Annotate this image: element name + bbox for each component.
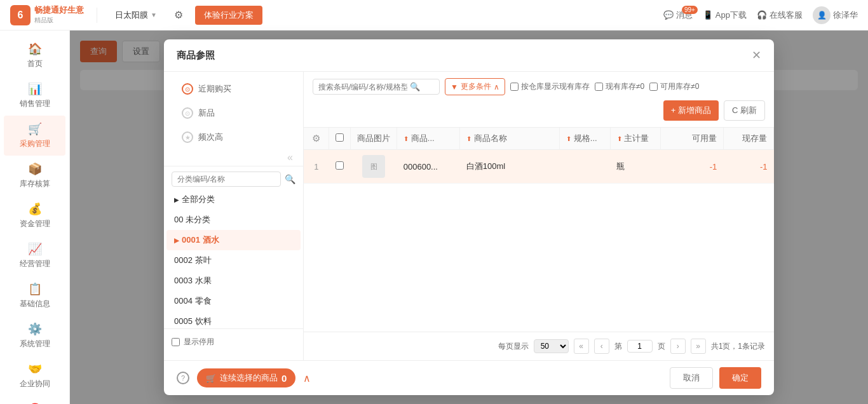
cart-button[interactable]: 🛒 连续选择的商品 0 (197, 368, 295, 387)
col-unit-header[interactable]: ⬆ 主计量 (610, 128, 661, 150)
inventory-icon: 📦 (28, 162, 42, 176)
row-check[interactable] (329, 150, 351, 184)
current-stock-label[interactable]: 现有库存≠0 (595, 81, 644, 92)
store-name: 日太阳膜 (115, 10, 148, 21)
sidebar-item-sales-label: 销售管理 (20, 98, 50, 109)
cat-00[interactable]: 00 未分类 (166, 210, 301, 230)
page-suffix-label: 页 (658, 341, 665, 352)
warehouse-stock-label[interactable]: 按仓库显示现有库存 (510, 81, 590, 92)
col-name-header[interactable]: ⬆ 商品名称 (460, 128, 560, 150)
store-selector[interactable]: 日太阳膜 ▼ (110, 7, 162, 24)
per-page-select[interactable]: 20 50 100 (534, 339, 569, 353)
cat-0003[interactable]: 0003 水果 (166, 271, 301, 291)
sidebar-item-operation[interactable]: 📈 经营管理 (4, 236, 65, 276)
cancel-button[interactable]: 取消 (670, 367, 713, 389)
show-disabled-label[interactable]: 显示停用 (184, 337, 214, 347)
messages-badge: 99+ (682, 6, 698, 14)
warehouse-stock-checkbox[interactable] (510, 83, 519, 91)
category-search-input[interactable] (172, 172, 281, 187)
recent-purchases-item[interactable]: ⊙ 近期购买 (174, 79, 293, 98)
sidebar-item-home[interactable]: 🏠 首页 (4, 36, 65, 76)
current-stock-checkbox[interactable] (595, 83, 603, 91)
freq-icon: ★ (182, 131, 193, 143)
cat-all[interactable]: ▶ 全部分类 (166, 189, 301, 210)
system-icon: ⚙️ (28, 322, 42, 336)
sidebar-item-finance[interactable]: 💰 资金管理 (4, 196, 65, 236)
sort-icon-code: ⬆ (403, 135, 409, 142)
sidebar-item-system[interactable]: ⚙️ 系统管理 (4, 316, 65, 356)
avail-stock-checkbox[interactable] (649, 83, 658, 91)
cat-all-arrow: ▶ (174, 196, 179, 203)
sidebar-item-basic[interactable]: 📋 基础信息 (4, 276, 65, 316)
col-avail-header[interactable]: 可用量 (661, 128, 723, 150)
table-row[interactable]: 1 图 000600... 白酒100ml (304, 150, 774, 184)
select-all-checkbox[interactable] (336, 133, 344, 142)
app-download-button[interactable]: 📱 App下载 (703, 10, 747, 21)
cat-0001[interactable]: ▶ 0001 酒水 (166, 230, 301, 250)
cat-0005[interactable]: 0005 饮料 (166, 311, 301, 326)
table-settings-icon[interactable]: ⚙ (312, 133, 320, 144)
cat-0005-label: 0005 饮料 (174, 316, 212, 326)
sidebar-item-guide[interactable]: 🎯 新手引导 (4, 396, 65, 404)
user-avatar[interactable]: 👤 徐泽华 (813, 6, 858, 24)
cat-0002-label: 0002 茶叶 (174, 255, 212, 266)
gear-icon[interactable]: ⚙ (170, 6, 187, 24)
footer-right: 取消 确定 (670, 367, 761, 389)
modal-close-button[interactable]: ✕ (752, 48, 761, 62)
cat-0004-label: 0004 零食 (174, 295, 212, 307)
refresh-table-button[interactable]: C 刷新 (724, 100, 765, 121)
row-checkbox[interactable] (336, 161, 344, 170)
collapse-left-button[interactable]: « (287, 152, 293, 163)
logo-icon: 6 (10, 5, 31, 25)
product-search-bar: 🔍 (313, 79, 440, 95)
cat-0004[interactable]: 0004 零食 (166, 291, 301, 311)
col-stock-header[interactable]: 现存量 (723, 128, 773, 150)
avail-stock-text: 可用库存≠0 (660, 81, 699, 92)
avail-stock-label[interactable]: 可用库存≠0 (649, 81, 699, 92)
sales-icon: 📊 (28, 82, 42, 96)
show-disabled-checkbox[interactable] (172, 338, 180, 346)
col-spec-label: 规格... (574, 133, 597, 143)
category-search-icon[interactable]: 🔍 (285, 174, 295, 184)
freq-item[interactable]: ★ 频次高 (174, 128, 293, 147)
logo-text: 畅捷通好生意 (34, 5, 84, 16)
row-img: 图 (351, 150, 397, 184)
new-icon: ⊙ (182, 107, 193, 119)
current-page-input[interactable] (627, 340, 653, 353)
col-code-header[interactable]: ⬆ 商品... (397, 128, 460, 150)
next-page-button[interactable]: › (670, 339, 686, 354)
add-product-button[interactable]: + 新增商品 (663, 100, 719, 121)
confirm-button[interactable]: 确定 (719, 367, 761, 389)
col-spec-header[interactable]: ⬆ 规格... (560, 128, 611, 150)
new-products-item[interactable]: ⊙ 新品 (174, 104, 293, 123)
sidebar-item-inventory-label: 库存核算 (20, 178, 50, 189)
sidebar-item-collab[interactable]: 🤝 企业协同 (4, 356, 65, 396)
messages-button[interactable]: 💬 消息 99+ (663, 10, 693, 21)
cat-0002[interactable]: 0002 茶叶 (166, 250, 301, 271)
last-page-button[interactable]: » (691, 339, 706, 354)
product-search-input[interactable] (318, 83, 407, 91)
service-button[interactable]: 🎧 在线客服 (757, 10, 803, 21)
table-header-row: ⚙ 商品图片 (304, 128, 774, 150)
sidebar-item-purchase[interactable]: 🛒 采购管理 (4, 116, 65, 156)
left-panel: ⊙ 近期购买 ⊙ 新品 ★ 频次高 (164, 72, 304, 360)
topbar-divider (97, 8, 97, 23)
col-settings: ⚙ (304, 128, 329, 150)
sidebar-item-sales[interactable]: 📊 销售管理 (4, 76, 65, 116)
filter-button[interactable]: ▼ 更多条件 ∧ (445, 78, 505, 95)
modal-footer: ? 🛒 连续选择的商品 0 ∧ 取消 确定 (164, 360, 774, 395)
row-stock: -1 (723, 150, 773, 184)
product-toolbar: 🔍 ▼ 更多条件 ∧ 按仓库显示现有库存 (304, 72, 774, 128)
cat-0001-label: 0001 酒水 (182, 234, 219, 246)
sidebar-item-inventory[interactable]: 📦 库存核算 (4, 156, 65, 196)
help-icon[interactable]: ? (177, 372, 189, 384)
product-search-icon[interactable]: 🔍 (410, 82, 420, 91)
phone-icon: 📱 (703, 10, 713, 20)
prev-page-button[interactable]: ‹ (594, 339, 609, 354)
row-num: 1 (304, 150, 329, 184)
first-page-button[interactable]: « (574, 339, 589, 354)
sidebar-item-finance-label: 资金管理 (20, 219, 50, 229)
total-info: 共1页，1条记录 (711, 341, 765, 352)
cta-button[interactable]: 体验行业方案 (195, 6, 262, 25)
footer-collapse-arrow[interactable]: ∧ (303, 372, 311, 384)
